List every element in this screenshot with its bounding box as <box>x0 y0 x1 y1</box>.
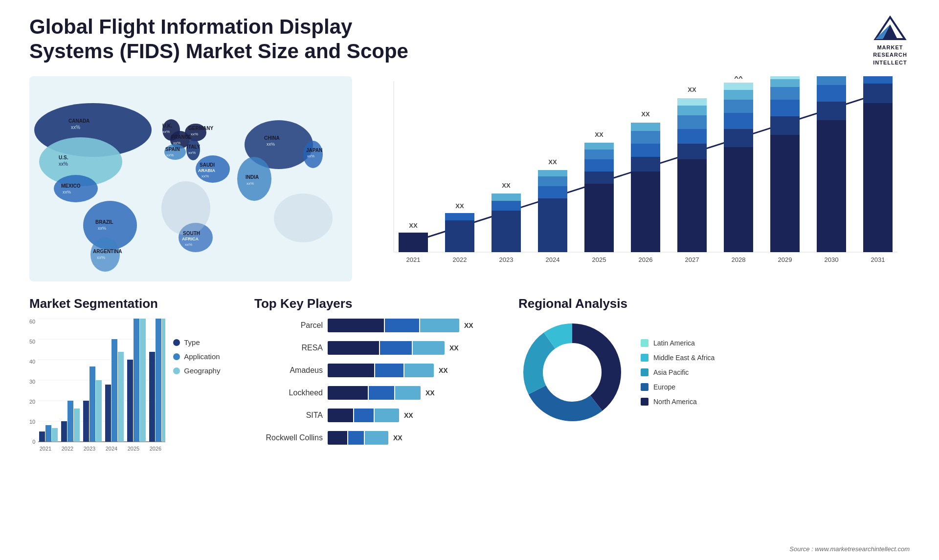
map-label-saudi: SAUDI <box>200 162 215 168</box>
legend-geography: Geography <box>173 366 220 375</box>
bar-2029-dark <box>770 135 800 252</box>
legend-type-label: Type <box>184 338 200 346</box>
svg-text:xx%: xx% <box>71 125 80 130</box>
svg-rect-62 <box>631 157 660 172</box>
svg-rect-85 <box>770 79 800 87</box>
bar-2023-dark <box>492 211 521 252</box>
svg-text:xx%: xx% <box>185 242 192 247</box>
legend-geography-label: Geography <box>184 366 220 375</box>
map-label-us: U.S. <box>59 155 68 160</box>
svg-rect-44 <box>445 213 474 220</box>
northam-dot <box>641 398 648 406</box>
regional-legend-europe: Europe <box>641 383 715 391</box>
svg-point-6 <box>54 175 98 202</box>
apac-dot <box>641 368 648 376</box>
svg-rect-58 <box>584 150 614 159</box>
svg-text:xx%: xx% <box>166 153 174 157</box>
regional-legend-mea: Middle East & Africa <box>641 354 715 362</box>
map-label-france: FRANCE <box>171 134 192 140</box>
map-label-canada: CANADA <box>68 118 89 124</box>
svg-rect-83 <box>770 100 800 116</box>
svg-rect-70 <box>677 115 707 129</box>
svg-rect-71 <box>677 106 707 115</box>
y-axis: 60 50 40 30 20 10 0 <box>29 319 38 446</box>
world-map-section: CANADA xx% U.S. xx% MEXICO xx% BRAZIL xx… <box>29 76 352 286</box>
svg-text:XX: XX <box>409 222 418 229</box>
brand-logo-icon <box>871 15 910 44</box>
svg-text:xx%: xx% <box>162 129 170 134</box>
svg-rect-76 <box>724 113 753 129</box>
player-bar-amadeus: XX <box>328 364 448 377</box>
svg-rect-72 <box>677 98 707 106</box>
svg-rect-112 <box>61 421 67 442</box>
svg-rect-53 <box>538 170 567 176</box>
page-title: Global Flight Information Display System… <box>29 15 421 64</box>
player-value-parcel: XX <box>464 322 473 329</box>
svg-rect-125 <box>156 319 161 442</box>
latam-label: Latin America <box>653 339 695 347</box>
map-label-india: INDIA <box>246 174 259 180</box>
svg-text:2029: 2029 <box>778 256 792 263</box>
legend-application-dot <box>173 353 180 360</box>
bar-2025-dark <box>584 184 614 252</box>
legend-geography-dot <box>173 367 180 374</box>
svg-text:xx%: xx% <box>267 142 275 147</box>
map-label-brazil: BRAZIL <box>95 219 113 225</box>
player-row-lockheed: Lockheed XX <box>254 386 499 400</box>
svg-text:2023: 2023 <box>499 256 514 263</box>
player-bar-parcel: XX <box>328 319 473 332</box>
svg-text:ARABIA: ARABIA <box>198 168 215 173</box>
svg-point-138 <box>545 345 599 399</box>
svg-text:xx%: xx% <box>59 161 68 167</box>
player-name-lockheed: Lockheed <box>254 388 323 397</box>
map-label-uk: U.K. <box>162 123 172 129</box>
svg-text:2030: 2030 <box>825 256 839 263</box>
player-value-sita: XX <box>404 411 413 419</box>
player-row-sita: SITA XX <box>254 409 499 422</box>
svg-rect-56 <box>584 172 614 184</box>
svg-point-8 <box>90 237 120 272</box>
regional-legend-apac: Asia Pacific <box>641 368 715 376</box>
svg-rect-122 <box>134 319 139 442</box>
svg-text:2025: 2025 <box>128 446 139 452</box>
player-row-resa: RESA XX <box>254 341 499 355</box>
svg-text:2027: 2027 <box>685 256 699 263</box>
map-label-spain: SPAIN <box>165 147 180 152</box>
player-name-resa: RESA <box>254 344 323 352</box>
players-title: Top Key Players <box>254 296 499 311</box>
svg-text:2022: 2022 <box>62 446 73 452</box>
svg-rect-113 <box>67 401 73 442</box>
svg-rect-69 <box>677 129 707 144</box>
player-name-rockwell: Rockwell Collins <box>254 433 323 442</box>
player-bar-resa: XX <box>328 341 459 355</box>
bar-2022-dark <box>445 220 474 252</box>
latam-dot <box>641 339 648 347</box>
donut-svg <box>518 319 626 426</box>
svg-rect-68 <box>677 144 707 159</box>
bottom-row: Market Segmentation 60 50 40 30 20 10 0 <box>29 296 910 492</box>
svg-text:xx%: xx% <box>246 181 254 186</box>
apac-label: Asia Pacific <box>653 368 689 376</box>
map-label-southafrica: SOUTH <box>183 231 200 236</box>
bar-2021-dark <box>399 233 428 252</box>
player-value-lockheed: XX <box>425 389 435 397</box>
svg-rect-95 <box>863 84 893 103</box>
svg-text:2021: 2021 <box>40 446 51 452</box>
svg-text:xx%: xx% <box>188 151 196 155</box>
map-label-germany: GERMANY <box>188 126 213 131</box>
svg-text:XX: XX <box>502 182 511 189</box>
svg-rect-78 <box>724 90 753 100</box>
legend-application: Application <box>173 352 220 361</box>
regional-section: Regional Analysis <box>518 296 910 492</box>
svg-text:2026: 2026 <box>150 446 161 452</box>
svg-rect-111 <box>52 428 58 442</box>
svg-rect-89 <box>817 102 846 120</box>
svg-text:XX: XX <box>595 131 604 138</box>
svg-rect-57 <box>584 159 614 172</box>
svg-rect-117 <box>96 380 102 442</box>
svg-rect-82 <box>770 116 800 135</box>
svg-rect-119 <box>112 339 117 442</box>
svg-text:xx%: xx% <box>191 132 198 136</box>
svg-text:2026: 2026 <box>639 256 653 263</box>
svg-point-20 <box>274 194 333 242</box>
